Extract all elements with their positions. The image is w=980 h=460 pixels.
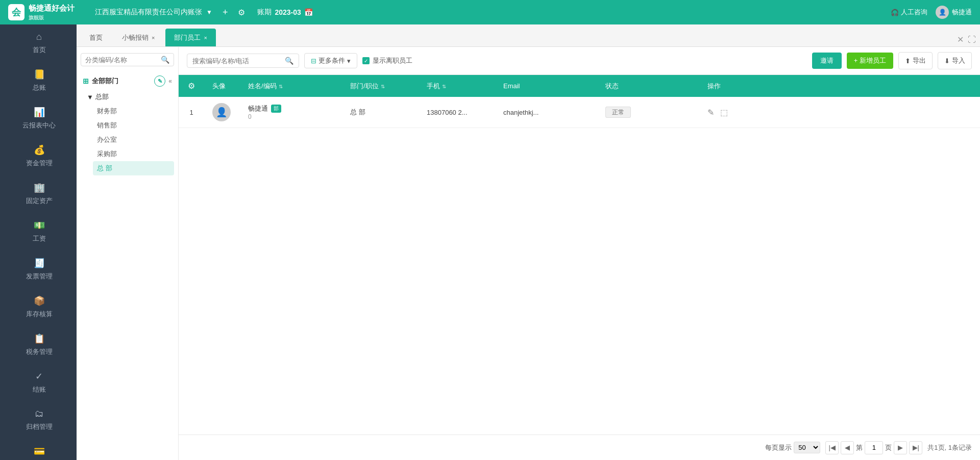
tab-home[interactable]: 首页 [81,29,111,46]
sidebar-item-archive[interactable]: 🗂 归档管理 [0,401,77,439]
sidebar-item-close[interactable]: ✓ 结账 [0,364,77,401]
dept-node-office[interactable]: 办公室 [93,133,174,147]
col-settings[interactable]: ⚙ [179,75,204,97]
all-departments-item[interactable]: ⊞ 全部部门 ✎ « [81,72,174,90]
salary-icon: 💵 [34,220,45,231]
logout-employee-icon[interactable]: ⬚ [720,108,728,117]
more-filters-button[interactable]: ⊟ 更多条件 ▾ [304,53,357,68]
show-resigned-checkbox[interactable]: ✓ [362,57,370,64]
page-first-button[interactable]: |◀ [825,441,839,454]
user-menu[interactable]: 👤 畅捷通 [936,6,972,19]
content-area: 首页 小畅报销 × 部门员工 × ✕ ⛶ 🔍 [77,24,980,460]
dept-search-input[interactable] [85,56,161,64]
dept-node-sales[interactable]: 销售部 [93,118,174,133]
expand-icon: ▼ [87,93,93,101]
employee-table-container: ⚙ 头像 姓名/编码⇅ 部门/职位⇅ 手机⇅ [179,75,980,435]
cell-index: 1 [179,97,204,128]
tab-expense[interactable]: 小畅报销 × [113,29,163,46]
sidebar-item-tax[interactable]: 📋 税务管理 [0,326,77,364]
col-status: 状态 [597,75,699,97]
sidebar-item-salary[interactable]: 💵 工资 [0,213,77,250]
page-prev-button[interactable]: ◀ [841,441,854,454]
window-close-icon[interactable]: ✕ [957,35,964,44]
col-dept-position[interactable]: 部门/职位⇅ [342,75,419,97]
headset-icon: 🎧 [891,9,899,16]
cell-name-code: 畅捷通 部 0 [240,97,342,128]
sidebar-item-inventory[interactable]: 📦 库存核算 [0,288,77,326]
sidebar-item-assets[interactable]: 🏢 固定资产 [0,175,77,213]
dept-parent-general[interactable]: ▼ 总部 [85,90,174,104]
cell-phone: 13807060 2... [419,97,495,128]
employees-toolbar: 🔍 ⊟ 更多条件 ▾ ✓ 显示离职员工 邀请 + 新增员工 [179,47,980,75]
funds-icon: 💰 [34,144,45,156]
col-avatar: 头像 [204,75,240,97]
pagination-bar: 每页显示 50 20 100 |◀ ◀ 第 页 ▶ [179,435,980,460]
sidebar-item-home[interactable]: ⌂ 首页 [0,24,77,62]
sidebar-item-expense[interactable]: 💳 小畅报销 [0,439,77,460]
sidebar-item-label: 库存核算 [26,310,53,319]
sidebar-item-funds[interactable]: 💰 资金管理 [0,137,77,175]
tab-expense-close-icon[interactable]: × [152,35,155,41]
cell-email: chanjethkj... [495,97,597,128]
tab-department[interactable]: 部门员工 × [165,29,215,46]
period-label: 账期 2023-03 📅 [257,8,312,17]
employee-code: 0 [248,113,334,120]
page-content: 🔍 ⊞ 全部部门 ✎ « ▼ 总部 财务部 销售部 办公室 [77,47,980,460]
employee-dept-badge: 部 [271,105,281,113]
sidebar-item-label: 工资 [33,234,46,243]
dept-collapse-icon[interactable]: « [168,78,172,85]
cell-avatar: 👤 [204,97,240,128]
col-name-code[interactable]: 姓名/编码⇅ [240,75,342,97]
column-settings-icon[interactable]: ⚙ [188,82,195,90]
department-panel: 🔍 ⊞ 全部部门 ✎ « ▼ 总部 财务部 销售部 办公室 [77,47,179,460]
col-phone[interactable]: 手机⇅ [419,75,495,97]
filter-icon: ⊟ [311,57,316,65]
company-name: 江西服宝精品有限责任公司内账张 [95,8,202,17]
page-next-button[interactable]: ▶ [894,441,907,454]
sidebar-item-reports[interactable]: 📊 云报表中心 [0,99,77,137]
page-number-input[interactable] [865,441,883,454]
tab-department-close-icon[interactable]: × [204,35,207,41]
edit-employee-icon[interactable]: ✎ [707,108,714,117]
tab-home-label: 首页 [89,33,103,42]
dept-search-box[interactable]: 🔍 [81,53,174,66]
company-dropdown-icon[interactable]: ▼ [206,9,212,16]
employees-panel: 🔍 ⊟ 更多条件 ▾ ✓ 显示离职员工 邀请 + 新增员工 [179,47,980,460]
dept-search-icon: 🔍 [161,56,169,64]
employee-phone: 13807060 2... [427,109,468,116]
dept-edit-button[interactable]: ✎ [154,75,165,87]
archive-icon: 🗂 [35,408,44,419]
dept-node-purchase[interactable]: 采购部 [93,147,174,161]
home-icon: ⌂ [36,32,42,42]
per-page-select[interactable]: 50 20 100 [794,442,820,453]
page-size-selector[interactable]: 每页显示 50 20 100 [765,442,820,453]
employee-search-box[interactable]: 🔍 [187,54,299,68]
sidebar-item-ledger[interactable]: 📒 总账 [0,62,77,99]
company-selector[interactable]: 江西服宝精品有限责任公司内账张 ▼ + ⚙ 账期 2023-03 📅 [85,7,891,18]
import-button[interactable]: ⬇ 导入 [938,52,972,69]
employee-name: 畅捷通 [248,104,268,113]
window-maximize-icon[interactable]: ⛶ [968,35,976,44]
topbar-right: 🎧 人工咨询 👤 畅捷通 [891,6,972,19]
tab-expense-label: 小畅报销 [122,33,149,42]
add-account-icon[interactable]: + [223,7,228,18]
sidebar-item-invoice[interactable]: 🧾 发票管理 [0,250,77,288]
topbar-settings-icon[interactable]: ⚙ [238,8,245,17]
tabs-bar: 首页 小畅报销 × 部门员工 × ✕ ⛶ [77,24,980,47]
per-page-label: 每页显示 [765,443,792,452]
employee-search-input[interactable] [192,57,285,65]
show-resigned-toggle[interactable]: ✓ 显示离职员工 [362,56,412,65]
sidebar-item-label: 云报表中心 [22,121,56,130]
page-last-button[interactable]: ▶| [909,441,922,454]
add-employee-button[interactable]: + 新增员工 [847,53,893,69]
export-button[interactable]: ⬆ 导出 [898,52,933,69]
cell-status: 正常 [597,97,699,128]
invite-button[interactable]: 邀请 [812,53,842,69]
employee-dept: 总 部 [350,108,365,116]
topbar: 会 畅捷通好会计 旗舰版 江西服宝精品有限责任公司内账张 ▼ + ⚙ 账期 20… [0,0,980,24]
dept-node-general[interactable]: 总 部 [93,161,174,175]
reports-icon: 📊 [34,107,45,118]
calendar-icon[interactable]: 📅 [304,8,313,16]
dept-node-finance[interactable]: 财务部 [93,104,174,118]
support-button[interactable]: 🎧 人工咨询 [891,8,927,17]
